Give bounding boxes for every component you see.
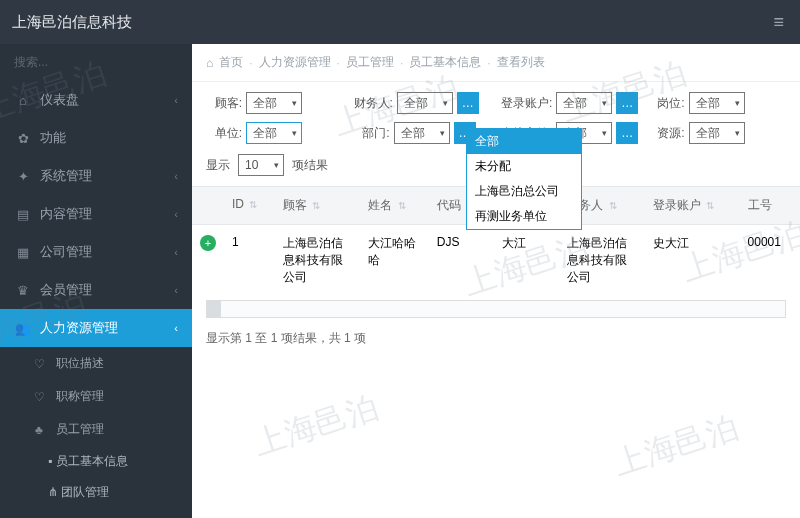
filter-more-button[interactable]: … <box>457 92 479 114</box>
badge-icon: ♡ <box>30 390 48 404</box>
sidebar-sub2-employee-info[interactable]: ▪ 员工基本信息 <box>0 446 192 477</box>
caret-down-icon: ▾ <box>274 160 279 170</box>
sidebar-sub2-team[interactable]: ⋔ 团队管理 <box>0 477 192 508</box>
unit-dropdown: 全部 未分配 上海邑泊总公司 再测业务单位 <box>466 128 582 230</box>
sidebar-item-label: 仪表盘 <box>40 91 79 109</box>
gear-icon: ✿ <box>14 131 32 146</box>
sidebar-item-hr[interactable]: 👥人力资源管理‹ <box>0 309 192 347</box>
breadcrumb-item[interactable]: 员工管理 <box>346 54 394 71</box>
dropdown-option[interactable]: 全部 <box>467 129 581 154</box>
filter-select-login[interactable]: 全部▾ <box>556 92 612 114</box>
filter-label-finance: 财务人: <box>354 95 393 112</box>
chevron-left-icon: ‹ <box>174 246 178 258</box>
breadcrumb-item[interactable]: 查看列表 <box>497 54 545 71</box>
dropdown-option[interactable]: 上海邑泊总公司 <box>467 179 581 204</box>
filter-select-finance[interactable]: 全部▾ <box>397 92 453 114</box>
cell-login: 史大江 <box>645 225 740 297</box>
filter-label-login: 登录账户: <box>501 95 552 112</box>
horizontal-scrollbar[interactable]: ‹ <box>206 300 786 318</box>
sidebar: 搜索... ⌂仪表盘‹ ✿功能 ✦系统管理‹ ▤内容管理‹ ▦公司管理‹ ♛会员… <box>0 44 192 518</box>
sidebar-item-label: 会员管理 <box>40 281 92 299</box>
sidebar-sub-job-desc[interactable]: ♡职位描述 <box>0 347 192 380</box>
caret-down-icon: ▾ <box>735 98 740 108</box>
menu-toggle-icon[interactable]: ≡ <box>773 12 784 33</box>
sidebar-item-label: 员工基本信息 <box>56 454 128 468</box>
dashboard-icon: ⌂ <box>14 93 32 108</box>
sidebar-item-label: 员工管理 <box>56 421 104 438</box>
filter-label-customer: 顾客: <box>206 95 242 112</box>
sidebar-sub-employee[interactable]: ♣员工管理 <box>0 413 192 446</box>
filter-select-dept[interactable]: 全部▾ <box>394 122 450 144</box>
scroll-thumb[interactable] <box>207 301 221 317</box>
filter-select-unit[interactable]: 全部▾ <box>246 122 302 144</box>
breadcrumb-item[interactable]: 员工基本信息 <box>409 54 481 71</box>
cogs-icon: ✦ <box>14 169 32 184</box>
cell-finance: 上海邑泊信息科技有限公司 <box>559 225 645 297</box>
filter-select-customer[interactable]: 全部▾ <box>246 92 302 114</box>
filter-select-position[interactable]: 全部▾ <box>689 92 745 114</box>
content-icon: ▤ <box>14 207 32 222</box>
sort-icon: ⇅ <box>312 200 320 211</box>
chevron-left-icon: ‹ <box>174 94 178 106</box>
users-icon: 👥 <box>14 321 32 336</box>
sidebar-item-member[interactable]: ♛会员管理‹ <box>0 271 192 309</box>
breadcrumb: ⌂ 首页· 人力资源管理· 员工管理· 员工基本信息· 查看列表 <box>192 44 800 82</box>
sidebar-item-label: 人力资源管理 <box>40 319 118 337</box>
filter-more-button[interactable]: … <box>616 122 638 144</box>
cell-name: 大江哈哈哈 <box>360 225 429 297</box>
watermark: 上海邑泊 <box>608 405 743 486</box>
breadcrumb-home[interactable]: 首页 <box>219 54 243 71</box>
sidebar-item-company[interactable]: ▦公司管理‹ <box>0 233 192 271</box>
sidebar-item-content[interactable]: ▤内容管理‹ <box>0 195 192 233</box>
breadcrumb-item[interactable]: 人力资源管理 <box>259 54 331 71</box>
filter-label-dept: 部门: <box>354 125 390 142</box>
sidebar-sub-title[interactable]: ♡职称管理 <box>0 380 192 413</box>
sidebar-item-label: 职位描述 <box>56 355 104 372</box>
sidebar-item-label: 公司管理 <box>40 243 92 261</box>
watermark: 上海邑泊 <box>248 385 383 466</box>
chevron-left-icon: ‹ <box>174 170 178 182</box>
caret-down-icon: ▾ <box>440 128 445 138</box>
search-input[interactable]: 搜索... <box>0 44 192 81</box>
cell-id: 1 <box>224 225 275 297</box>
filter-select-resource[interactable]: 全部▾ <box>689 122 745 144</box>
pager-info: 显示第 1 至 1 项结果，共 1 项 <box>192 318 800 359</box>
sort-icon: ⇅ <box>249 199 257 210</box>
sidebar-item-dashboard[interactable]: ⌂仪表盘‹ <box>0 81 192 119</box>
sidebar-item-label: 内容管理 <box>40 205 92 223</box>
sidebar-item-label: 团队管理 <box>61 485 109 499</box>
col-customer[interactable]: 顾客 ⇅ <box>275 187 361 225</box>
page-size-select[interactable]: 10▾ <box>238 154 284 176</box>
badge-icon: ♡ <box>30 357 48 371</box>
caret-down-icon: ▾ <box>735 128 740 138</box>
sort-icon: ⇅ <box>398 200 406 211</box>
sidebar-item-features[interactable]: ✿功能 <box>0 119 192 157</box>
caret-down-icon: ▾ <box>292 98 297 108</box>
chevron-left-icon: ‹ <box>174 322 178 334</box>
caret-down-icon: ▾ <box>602 98 607 108</box>
col-id[interactable]: ID ⇅ <box>224 187 275 225</box>
sidebar-item-label: 职称管理 <box>56 388 104 405</box>
cell-customer: 上海邑泊信息科技有限公司 <box>275 225 361 297</box>
col-name[interactable]: 姓名 ⇅ <box>360 187 429 225</box>
col-login[interactable]: 登录账户 ⇅ <box>645 187 740 225</box>
caret-down-icon: ▾ <box>602 128 607 138</box>
home-icon: ⌂ <box>206 56 213 70</box>
dropdown-option[interactable]: 再测业务单位 <box>467 204 581 229</box>
app-brand: 上海邑泊信息科技 <box>12 13 132 32</box>
sidebar-item-label: 系统管理 <box>40 167 92 185</box>
table-row[interactable]: + 1 上海邑泊信息科技有限公司 大江哈哈哈 DJS 大江 上海邑泊信息科技有限… <box>192 225 800 297</box>
sitemap-icon: ♣ <box>30 423 48 437</box>
dropdown-option[interactable]: 未分配 <box>467 154 581 179</box>
cell-desc: 大江 <box>494 225 559 297</box>
sidebar-item-system[interactable]: ✦系统管理‹ <box>0 157 192 195</box>
caret-down-icon: ▾ <box>292 128 297 138</box>
chevron-left-icon: ‹ <box>174 284 178 296</box>
col-empno[interactable]: 工号 <box>740 187 800 225</box>
cell-empno: 00001 <box>740 225 800 297</box>
filter-label-resource: 资源: <box>649 125 685 142</box>
main-content: ⌂ 首页· 人力资源管理· 员工管理· 员工基本信息· 查看列表 顾客:全部▾ … <box>192 44 800 518</box>
filter-more-button[interactable]: … <box>616 92 638 114</box>
expand-row-icon[interactable]: + <box>200 235 216 251</box>
filter-label-unit: 单位: <box>206 125 242 142</box>
